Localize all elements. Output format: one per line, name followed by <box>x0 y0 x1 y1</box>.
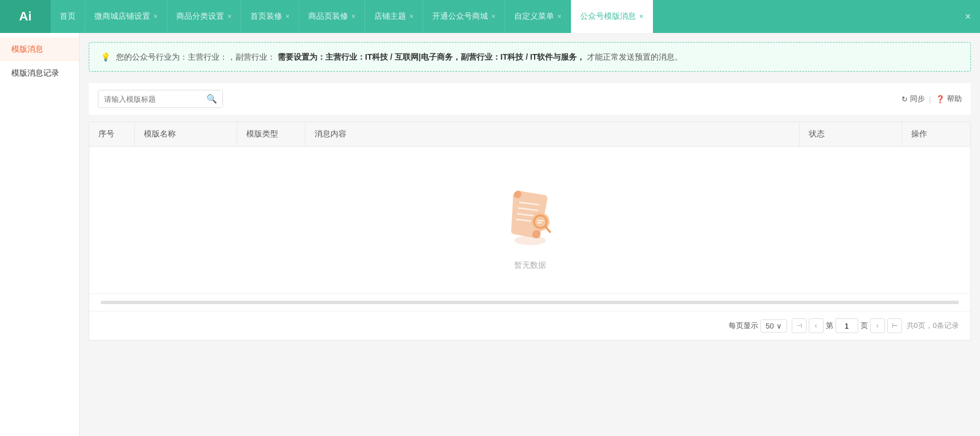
table-col-序号: 序号 <box>89 122 135 146</box>
nav-tabs-container: 首页微商城店铺设置×商品分类设置×首页装修×商品页装修×店铺主题×开通公众号商城… <box>51 0 980 33</box>
nav-tab-公众号模版消息[interactable]: 公众号模版消息× <box>571 0 653 33</box>
nav-tab-开通公众号商城[interactable]: 开通公众号商城× <box>423 0 505 33</box>
nav-tab-close[interactable]: × <box>639 13 643 20</box>
nav-tab-label: 开通公众号商城 <box>432 11 488 22</box>
nav-tab-店铺主题[interactable]: 店铺主题× <box>365 0 423 33</box>
page-size-dropdown[interactable]: 50 ∨ <box>760 319 787 333</box>
notice-text-prefix: 您的公众号行业为：主营行业：，副营行业： <box>116 52 275 61</box>
nav-tab-label: 首页 <box>60 11 76 22</box>
nav-tab-label: 商品页装修 <box>308 11 348 22</box>
nav-tab-商品分类设置[interactable]: 商品分类设置× <box>167 0 241 33</box>
empty-illustration <box>496 181 564 249</box>
nav-tab-label: 首页装修 <box>250 11 282 22</box>
sidebar: 模版消息模版消息记录 <box>0 33 80 436</box>
first-page-button[interactable]: ⊣ <box>792 318 807 333</box>
notice-icon: 💡 <box>101 52 110 61</box>
prev-page-button[interactable]: ‹ <box>809 318 824 333</box>
toolbar-right: ↻ 同步 | ❓ 帮助 <box>902 94 962 104</box>
sidebar-item-模版消息[interactable]: 模版消息 <box>0 38 79 61</box>
nav-tab-首页[interactable]: 首页 <box>51 0 85 33</box>
page-number-input[interactable] <box>836 318 858 333</box>
page-size-label: 每页显示 <box>729 321 758 331</box>
total-info: 共0页，0条记录 <box>907 321 959 331</box>
top-nav: Ai 首页微商城店铺设置×商品分类设置×首页装修×商品页装修×店铺主题×开通公众… <box>0 0 980 33</box>
nav-tab-close[interactable]: × <box>410 13 413 20</box>
table-col-模版名称: 模版名称 <box>135 122 237 146</box>
sync-icon: ↻ <box>902 95 908 103</box>
table-col-消息内容: 消息内容 <box>305 122 800 146</box>
table-wrap: 序号模版名称模版类型消息内容状态操作 <box>89 122 971 341</box>
nav-tab-close[interactable]: × <box>286 13 290 20</box>
nav-tab-close[interactable]: × <box>557 13 561 20</box>
help-button[interactable]: ❓ 帮助 <box>936 94 962 104</box>
sidebar-item-模版消息记录[interactable]: 模版消息记录 <box>0 61 79 85</box>
notice-banner: 💡 您的公众号行业为：主营行业：，副营行业： 需要设置为：主营行业：IT科技 /… <box>89 42 971 72</box>
last-page-button[interactable]: ⊢ <box>887 318 902 333</box>
nav-tab-自定义菜单[interactable]: 自定义菜单× <box>505 0 571 33</box>
search-input[interactable] <box>98 92 201 107</box>
svg-point-0 <box>514 236 546 245</box>
pagination: 每页显示 50 ∨ ⊣ ‹ 第 页 › ⊢ 共0页，0条记录 <box>89 311 970 340</box>
search-bar: 🔍 ↻ 同步 | ❓ 帮助 <box>89 83 971 115</box>
page-label-pre: 第 <box>826 321 833 331</box>
sync-button[interactable]: ↻ 同步 <box>902 94 925 104</box>
nav-tab-label: 公众号模版消息 <box>580 11 636 22</box>
main-layout: 模版消息模版消息记录 💡 您的公众号行业为：主营行业：，副营行业： 需要设置为：… <box>0 33 980 436</box>
empty-state: 暂无数据 <box>89 147 970 293</box>
search-input-wrap: 🔍 <box>98 90 223 108</box>
table-col-状态: 状态 <box>800 122 902 146</box>
page-size-chevron: ∨ <box>776 322 782 330</box>
nav-tab-label: 微商城店铺设置 <box>94 11 150 22</box>
page-nav: ⊣ ‹ 第 页 › ⊢ <box>792 318 902 333</box>
content-area: 💡 您的公众号行业为：主营行业：，副营行业： 需要设置为：主营行业：IT科技 /… <box>80 33 980 436</box>
empty-text: 暂无数据 <box>514 260 546 271</box>
table-col-操作: 操作 <box>902 122 970 146</box>
notice-text-suffix: 才能正常发送预置的消息。 <box>587 52 683 61</box>
fake-scrollbar[interactable] <box>101 301 959 304</box>
nav-tab-首页装修[interactable]: 首页装修× <box>241 0 299 33</box>
notice-text-highlight: 需要设置为：主营行业：IT科技 / 互联网|电子商务，副营行业：IT科技 / I… <box>278 52 585 61</box>
sync-label: 同步 <box>910 94 925 104</box>
nav-tab-商品页装修[interactable]: 商品页装修× <box>299 0 365 33</box>
nav-tab-close[interactable]: × <box>228 13 231 20</box>
nav-tab-close[interactable]: × <box>154 13 158 20</box>
nav-tab-close[interactable]: × <box>352 13 355 20</box>
nav-tab-close[interactable]: × <box>491 13 495 20</box>
nav-tab-label: 自定义菜单 <box>514 11 554 22</box>
page-label-post: 页 <box>861 321 868 331</box>
help-label: 帮助 <box>947 94 962 104</box>
next-page-button[interactable]: › <box>870 318 885 333</box>
scrollbar-area <box>89 293 970 311</box>
page-size-value: 50 <box>766 322 774 330</box>
brand-logo: Ai <box>0 0 51 33</box>
page-size-select: 每页显示 50 ∨ <box>729 319 787 333</box>
search-button[interactable]: 🔍 <box>201 90 223 107</box>
help-icon: ❓ <box>936 95 945 103</box>
table-header: 序号模版名称模版类型消息内容状态操作 <box>89 122 970 147</box>
nav-tab-label: 店铺主题 <box>374 11 406 22</box>
toolbar-divider: | <box>929 95 931 103</box>
table-col-模版类型: 模版类型 <box>237 122 305 146</box>
global-close-button[interactable]: × <box>965 11 971 23</box>
nav-tab-label: 商品分类设置 <box>176 11 224 22</box>
svg-line-7 <box>545 227 550 232</box>
nav-tab-微商城店铺设置[interactable]: 微商城店铺设置× <box>85 0 167 33</box>
